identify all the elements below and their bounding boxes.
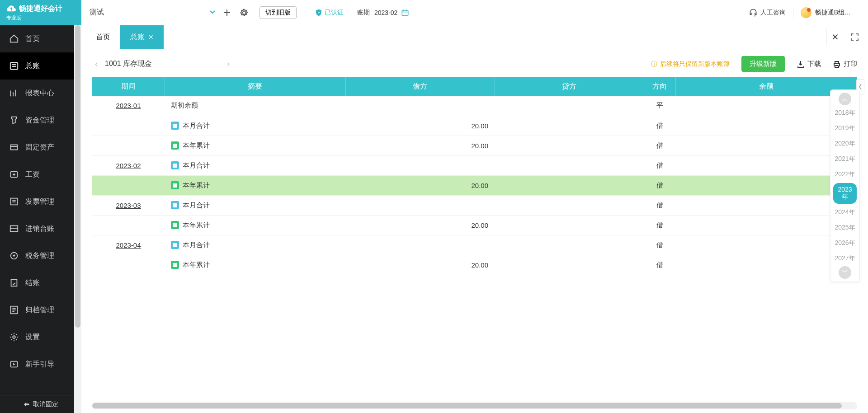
- user-menu[interactable]: 畅捷通B组…: [801, 7, 851, 18]
- consult-button[interactable]: 人工咨询: [749, 8, 786, 17]
- certified-badge[interactable]: 已认证: [315, 9, 344, 17]
- year-item[interactable]: 2018年: [830, 105, 859, 121]
- table-row[interactable]: 2023-01期初余额平: [92, 96, 857, 116]
- sidebar-scrollbar[interactable]: [74, 25, 81, 413]
- sidebar-item-label: 结账: [25, 278, 40, 288]
- period-link[interactable]: 2023-01: [116, 102, 141, 109]
- svg-rect-16: [173, 164, 177, 165]
- svg-rect-24: [173, 243, 177, 244]
- table-row[interactable]: 2023-02本月合计借20.00: [92, 155, 857, 175]
- cell-debit: 20.00: [345, 255, 495, 275]
- svg-rect-14: [173, 144, 177, 145]
- fullscreen-button[interactable]: [848, 30, 862, 44]
- year-item[interactable]: 2027年: [830, 251, 859, 266]
- print-icon: [833, 60, 841, 68]
- settings-button[interactable]: [238, 6, 250, 19]
- close-all-tabs-button[interactable]: ✕: [826, 28, 844, 46]
- period-link[interactable]: 2023-02: [116, 162, 141, 169]
- close-icon[interactable]: ✕: [148, 33, 154, 41]
- download-button[interactable]: 下载: [797, 60, 821, 68]
- period-link[interactable]: 2023-03: [116, 202, 141, 209]
- cell-debit: [345, 96, 495, 116]
- sidebar-item[interactable]: 归档管理: [0, 296, 81, 324]
- nav-icon: [9, 142, 19, 152]
- nav-icon: [9, 88, 19, 98]
- sidebar-item[interactable]: 资金管理: [0, 107, 81, 134]
- tab-ledger[interactable]: 总账 ✕: [120, 25, 164, 49]
- table-row[interactable]: 本年累计20.00借20.00: [92, 136, 857, 155]
- horizontal-scrollbar[interactable]: [92, 402, 857, 409]
- th-debit: 借方: [345, 77, 495, 96]
- table-row[interactable]: 本年累计20.00借20.00: [92, 255, 857, 275]
- add-account-button[interactable]: [221, 6, 233, 19]
- print-button[interactable]: 打印: [833, 60, 857, 68]
- period-label: 账期: [357, 9, 370, 17]
- sidebar-item[interactable]: 进销台账: [0, 215, 81, 242]
- sidebar-item[interactable]: 设置: [0, 324, 81, 351]
- sidebar-item[interactable]: 总账: [0, 52, 81, 80]
- prev-account-button[interactable]: ‹: [92, 59, 100, 69]
- nav-icon: [9, 359, 19, 369]
- year-down-button[interactable]: ︾: [839, 266, 851, 279]
- tab-label: 首页: [96, 33, 110, 42]
- account-selector[interactable]: 测试: [90, 8, 216, 17]
- summary-tag-icon: [171, 221, 179, 229]
- table-row[interactable]: 2023-04本月合计借20.00: [92, 235, 857, 255]
- period-selector[interactable]: 账期 2023-02: [357, 9, 409, 17]
- year-item[interactable]: 2019年: [830, 121, 859, 136]
- download-label: 下载: [807, 60, 821, 68]
- sidebar-item[interactable]: 工资: [0, 161, 81, 188]
- cell-credit: [495, 215, 644, 235]
- sidebar: 首页总账报表中心资金管理固定资产工资发票管理进销台账税务管理结账归档管理设置新手…: [0, 25, 81, 413]
- table-row[interactable]: 本月合计20.00借20.00: [92, 116, 857, 136]
- period-link[interactable]: 2023-04: [116, 241, 141, 249]
- sidebar-item[interactable]: 固定资产: [0, 134, 81, 161]
- sidebar-item[interactable]: 新手引导: [0, 351, 81, 378]
- brand-logo[interactable]: 畅捷通好会计 专业版: [0, 0, 81, 25]
- year-item[interactable]: 2021年: [830, 151, 859, 167]
- th-period: 期间: [92, 77, 165, 96]
- nav-icon: [9, 224, 19, 234]
- table-row[interactable]: 本年累计20.00借20.00: [92, 215, 857, 235]
- year-item[interactable]: 2022年: [830, 167, 859, 182]
- switch-old-button[interactable]: 切到旧版: [259, 6, 297, 19]
- sidebar-item[interactable]: 首页: [0, 25, 81, 52]
- cell-dir: 借: [644, 255, 675, 275]
- cell-dir: 平: [644, 96, 675, 116]
- cell-dir: 借: [644, 235, 675, 255]
- year-item[interactable]: 2026年: [830, 235, 859, 251]
- cell-debit: [345, 155, 495, 175]
- nav-icon: [9, 332, 19, 342]
- sidebar-item[interactable]: 发票管理: [0, 188, 81, 215]
- unpin-button[interactable]: 取消固定: [0, 395, 81, 413]
- consult-label: 人工咨询: [760, 9, 786, 17]
- content: ‹ 1001 库存现金 › 后续将只保留新版本账簿 升级新版 下载 打印: [81, 49, 868, 413]
- upgrade-button[interactable]: 升级新版: [741, 56, 785, 72]
- year-item[interactable]: 2020年: [830, 136, 859, 151]
- cell-dir: 借: [644, 116, 675, 136]
- year-item[interactable]: 2024年: [830, 205, 859, 220]
- brand-edition: 专业版: [6, 14, 81, 21]
- gear-icon: [240, 8, 249, 17]
- year-up-button[interactable]: ︽: [839, 93, 851, 105]
- sidebar-item[interactable]: 报表中心: [0, 80, 81, 107]
- summary-tag-icon: [171, 181, 179, 189]
- next-account-button[interactable]: ›: [224, 59, 232, 69]
- nav-icon: [9, 278, 19, 288]
- tab-home[interactable]: 首页: [86, 25, 120, 49]
- sidebar-item-label: 新手引导: [25, 360, 54, 369]
- table-row[interactable]: 2023-03本月合计借20.00: [92, 195, 857, 215]
- cell-debit: [345, 195, 495, 215]
- sidebar-item[interactable]: 结账: [0, 269, 81, 296]
- year-item[interactable]: 2023年: [833, 183, 857, 204]
- nav-icon: [9, 61, 19, 71]
- cell-credit: [495, 136, 644, 155]
- table-row[interactable]: 本年累计20.00借20.00: [92, 175, 857, 195]
- svg-rect-7: [11, 280, 17, 286]
- cell-credit: [495, 116, 644, 136]
- year-item[interactable]: 2025年: [830, 220, 859, 235]
- th-credit: 贷方: [495, 77, 644, 96]
- cell-dir: 借: [644, 195, 675, 215]
- sidebar-item[interactable]: 税务管理: [0, 242, 81, 269]
- th-dir: 方向: [644, 77, 675, 96]
